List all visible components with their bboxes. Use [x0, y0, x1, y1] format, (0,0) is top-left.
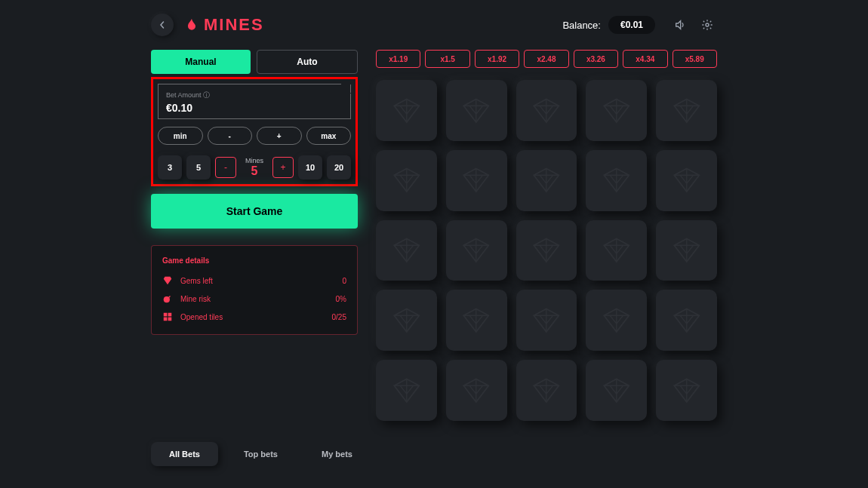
- mines-label: Mines: [241, 157, 268, 164]
- game-tile[interactable]: [586, 150, 647, 211]
- game-tile[interactable]: [586, 80, 647, 141]
- mines-count-display: Mines 5: [241, 157, 268, 178]
- game-logo: MINES: [184, 15, 264, 35]
- multiplier-3[interactable]: x2.48: [524, 50, 568, 68]
- balance-display: Balance: €0.01: [562, 16, 655, 34]
- gem-icon: [162, 275, 173, 286]
- game-tile[interactable]: [376, 220, 437, 281]
- game-tile[interactable]: [516, 150, 577, 211]
- bet-amount-label: Bet Amount ⓘ: [166, 91, 343, 100]
- svg-rect-5: [168, 318, 172, 321]
- svg-point-0: [706, 23, 709, 26]
- game-title: MINES: [204, 15, 264, 35]
- mines-preset-5[interactable]: 5: [186, 155, 211, 180]
- game-tile[interactable]: [516, 80, 577, 141]
- multiplier-2[interactable]: x1.92: [475, 50, 519, 68]
- game-tile[interactable]: [586, 290, 647, 351]
- game-tile[interactable]: [446, 290, 507, 351]
- detail-gems-left: Gems left 0: [162, 275, 346, 286]
- bet-controls-highlight: Bet Amount ⓘ €0.10 min - + max 3 5 - Min…: [151, 77, 358, 186]
- game-tile[interactable]: [376, 80, 437, 141]
- multiplier-0[interactable]: x1.19: [376, 50, 420, 68]
- tab-manual[interactable]: Manual: [151, 50, 251, 74]
- settings-button[interactable]: [697, 15, 717, 35]
- game-tile[interactable]: [446, 220, 507, 281]
- game-tile[interactable]: [446, 150, 507, 211]
- sound-button[interactable]: [670, 15, 690, 35]
- mines-preset-3[interactable]: 3: [158, 155, 182, 180]
- bet-min-button[interactable]: min: [158, 127, 203, 145]
- game-tile[interactable]: [516, 290, 577, 351]
- mines-preset-20[interactable]: 20: [327, 155, 351, 180]
- chevron-left-icon: [159, 21, 166, 29]
- back-button[interactable]: [151, 14, 174, 36]
- mines-preset-10[interactable]: 10: [298, 155, 322, 180]
- bet-amount-field[interactable]: Bet Amount ⓘ €0.10: [158, 84, 351, 119]
- game-details-card: Game details Gems left 0 Mine risk 0% Op…: [151, 245, 358, 335]
- game-tile[interactable]: [656, 360, 717, 421]
- svg-rect-2: [164, 313, 168, 317]
- svg-point-1: [164, 296, 170, 302]
- balance-value: €0.01: [608, 16, 655, 34]
- game-tile[interactable]: [516, 360, 577, 421]
- flame-icon: [184, 17, 199, 32]
- game-tile[interactable]: [376, 150, 437, 211]
- game-tile[interactable]: [376, 360, 437, 421]
- game-tile[interactable]: [656, 220, 717, 281]
- bet-plus-button[interactable]: +: [257, 127, 302, 145]
- detail-opened-tiles: Opened tiles 0/25: [162, 312, 346, 322]
- mines-plus-button[interactable]: +: [272, 157, 294, 178]
- tab-top-bets[interactable]: Top bets: [226, 442, 296, 466]
- balance-label: Balance:: [562, 20, 601, 31]
- detail-mine-risk: Mine risk 0%: [162, 293, 346, 304]
- game-tile[interactable]: [656, 290, 717, 351]
- grid-icon: [162, 312, 173, 322]
- game-tile[interactable]: [446, 80, 507, 141]
- bomb-icon: [162, 293, 173, 304]
- tab-all-bets[interactable]: All Bets: [151, 442, 218, 466]
- game-details-title: Game details: [162, 256, 346, 265]
- bet-minus-button[interactable]: -: [208, 127, 253, 145]
- svg-rect-4: [164, 318, 168, 321]
- multiplier-1[interactable]: x1.5: [425, 50, 469, 68]
- game-tile[interactable]: [376, 290, 437, 351]
- bet-amount-value: €0.10: [166, 102, 343, 114]
- start-game-button[interactable]: Start Game: [151, 194, 358, 229]
- game-tile[interactable]: [586, 360, 647, 421]
- mines-value: 5: [241, 164, 268, 178]
- mines-minus-button[interactable]: -: [215, 157, 236, 178]
- multiplier-6[interactable]: x5.89: [673, 50, 717, 68]
- tab-my-bets[interactable]: My bets: [303, 442, 371, 466]
- game-tile[interactable]: [446, 360, 507, 421]
- sound-icon: [674, 19, 686, 31]
- game-tile[interactable]: [586, 220, 647, 281]
- multiplier-4[interactable]: x3.26: [574, 50, 618, 68]
- multiplier-5[interactable]: x4.34: [623, 50, 667, 68]
- game-tile[interactable]: [656, 150, 717, 211]
- gear-icon: [701, 19, 713, 31]
- game-tile[interactable]: [516, 220, 577, 281]
- tab-auto[interactable]: Auto: [257, 50, 358, 74]
- bet-max-button[interactable]: max: [306, 127, 352, 145]
- game-tile[interactable]: [656, 80, 717, 141]
- svg-rect-3: [168, 313, 172, 317]
